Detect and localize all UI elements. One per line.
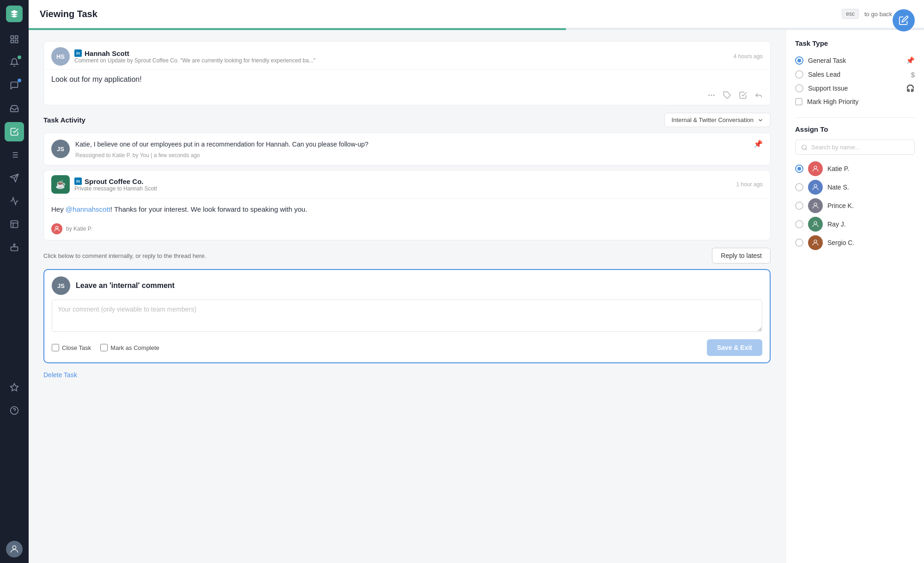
task-type-left-sales: Sales Lead — [795, 70, 840, 79]
task-activity-title: Task Activity — [43, 116, 85, 124]
assign-name-prince: Prince K. — [827, 202, 854, 209]
private-msg-footer: by Katie P. — [44, 220, 770, 240]
task-type-sales[interactable]: Sales Lead $ — [795, 67, 915, 81]
comment-textarea[interactable] — [52, 300, 762, 332]
right-panel: Task Type General Task 📌 Sales Lead — [785, 30, 924, 563]
sender-avatar: HS — [51, 47, 70, 66]
logo[interactable] — [6, 6, 23, 22]
sidebar-item-help[interactable] — [5, 401, 24, 420]
svg-rect-0 — [11, 36, 14, 39]
search-input[interactable] — [811, 144, 909, 151]
task-type-support[interactable]: Support Issue 🎧 — [795, 81, 915, 95]
by-avatar — [51, 223, 62, 234]
comment-box: JS Leave an 'internal' comment Close Tas… — [43, 269, 771, 363]
close-task-checkbox-label[interactable]: Close Task — [52, 344, 91, 351]
radio-nate[interactable] — [795, 183, 803, 191]
sidebar-item-inbox[interactable] — [5, 99, 24, 118]
high-priority-checkbox[interactable] — [795, 98, 802, 105]
task-type-left-general: General Task — [795, 56, 846, 65]
task-type-label-support: Support Issue — [808, 85, 848, 92]
sidebar-item-starred[interactable] — [5, 378, 24, 397]
assign-row-sergio[interactable]: Sergio C. — [795, 235, 915, 250]
task-panel: HS in Hannah Scott Comment on Update by … — [29, 30, 785, 563]
task-type-label-sales: Sales Lead — [808, 71, 840, 78]
radio-support[interactable] — [795, 84, 803, 92]
more-options-btn[interactable] — [707, 91, 716, 99]
assign-row-ray[interactable]: Ray J. — [795, 217, 915, 232]
assign-list: Katie P. Nate S. Prince K. — [795, 161, 915, 250]
task-type-left-support: Support Issue — [795, 84, 848, 92]
message-header-left: HS in Hannah Scott Comment on Update by … — [51, 47, 316, 66]
radio-general[interactable] — [795, 56, 803, 65]
original-message-card: HS in Hannah Scott Comment on Update by … — [43, 41, 771, 105]
private-sender-info: in Sprout Coffee Co. Private message to … — [74, 177, 157, 192]
user-avatar[interactable] — [6, 541, 23, 557]
message-header: HS in Hannah Scott Comment on Update by … — [44, 42, 770, 69]
comment-checkboxes: Close Task Mark as Complete — [52, 344, 159, 351]
assign-row-katie[interactable]: Katie P. — [795, 161, 915, 176]
reply-latest-button[interactable]: Reply to latest — [712, 248, 771, 263]
activity-avatar: JS — [51, 140, 70, 158]
radio-sergio[interactable] — [795, 239, 803, 247]
mention[interactable]: @hannahscott — [66, 205, 110, 213]
svg-point-21 — [708, 95, 710, 96]
assign-name-ray: Ray J. — [827, 220, 846, 228]
avatar-sergio — [808, 235, 823, 250]
close-task-checkbox[interactable] — [52, 344, 59, 351]
svg-point-29 — [814, 184, 817, 187]
sidebar-item-messages[interactable] — [5, 76, 24, 95]
comment-avatar: JS — [52, 276, 70, 295]
svg-rect-3 — [15, 40, 18, 43]
svg-point-28 — [814, 166, 817, 169]
activity-content: Katie, I believe one of our employees pu… — [75, 140, 748, 159]
header: Viewing Task esc to go back ✕ — [29, 0, 924, 28]
sidebar-item-notifications[interactable] — [5, 53, 24, 72]
avatar-prince — [808, 198, 823, 213]
sidebar — [0, 0, 29, 563]
sidebar-item-reports[interactable] — [5, 214, 24, 234]
reply-hint: Click below to comment internally, or re… — [43, 252, 206, 259]
radio-ray[interactable] — [795, 220, 803, 228]
delete-task-link[interactable]: Delete Task — [43, 371, 77, 379]
sidebar-item-analytics[interactable] — [5, 191, 24, 211]
compose-fab[interactable] — [893, 9, 915, 31]
task-type-general[interactable]: General Task 📌 — [795, 54, 915, 67]
sidebar-item-bot[interactable] — [5, 238, 24, 257]
radio-sales[interactable] — [795, 70, 803, 79]
svg-point-14 — [13, 244, 15, 245]
linkedin-icon: in — [74, 49, 82, 57]
avatar-initials: HS — [56, 53, 65, 60]
sidebar-item-compose[interactable] — [5, 168, 24, 188]
svg-point-23 — [713, 95, 715, 96]
radio-katie[interactable] — [795, 165, 803, 173]
assign-row-nate[interactable]: Nate S. — [795, 180, 915, 195]
search-icon — [801, 144, 808, 151]
private-sender-sub: Private message to Hannah Scott — [74, 185, 157, 192]
notification-badge — [18, 55, 21, 59]
mark-complete-checkbox-label[interactable]: Mark as Complete — [100, 344, 159, 351]
radio-prince[interactable] — [795, 202, 803, 210]
task-type-title: Task Type — [795, 39, 915, 47]
reply-btn[interactable] — [754, 91, 763, 99]
conversation-dropdown[interactable]: Internal & Twitter Conversation — [664, 113, 771, 127]
sprout-avatar: ☕ — [51, 175, 70, 194]
assign-name-nate: Nate S. — [827, 184, 849, 191]
sidebar-item-list[interactable] — [5, 145, 24, 165]
fab-area — [893, 9, 915, 31]
sidebar-item-home[interactable] — [5, 30, 24, 49]
by-text: by Katie P. — [66, 226, 92, 232]
private-message-card: ☕ in Sprout Coffee Co. Private message t… — [43, 170, 771, 240]
high-priority-row[interactable]: Mark High Priority — [795, 95, 915, 108]
message-actions — [44, 87, 770, 105]
message-time: 4 hours ago — [734, 53, 763, 60]
content-area: HS in Hannah Scott Comment on Update by … — [29, 30, 924, 563]
complete-btn[interactable] — [739, 91, 747, 99]
tag-btn[interactable] — [723, 91, 731, 99]
assign-row-prince[interactable]: Prince K. — [795, 198, 915, 213]
mark-complete-checkbox[interactable] — [100, 344, 108, 351]
activity-text: Katie, I believe one of our employees pu… — [75, 140, 748, 149]
save-exit-button[interactable]: Save & Exit — [707, 339, 762, 356]
sidebar-item-tasks[interactable] — [5, 122, 24, 141]
pin-icon: 📌 — [754, 140, 763, 148]
support-issue-icon: 🎧 — [906, 84, 915, 92]
